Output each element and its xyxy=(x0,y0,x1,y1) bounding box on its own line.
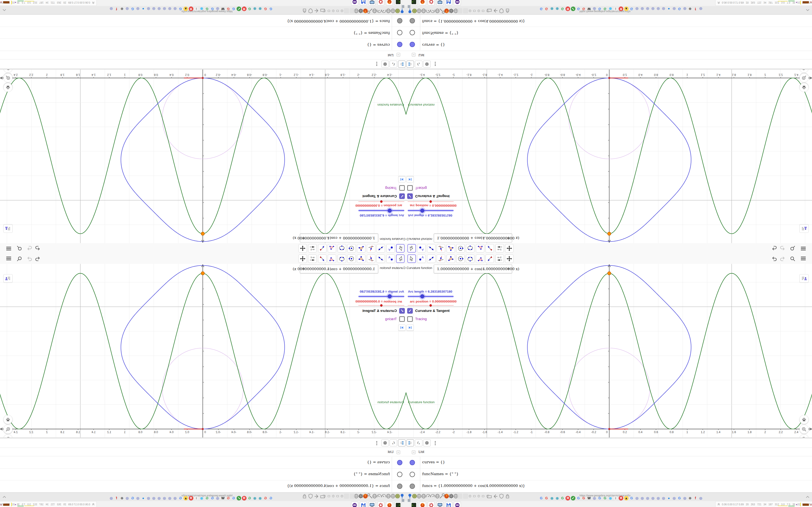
taskbar-terminal-icon[interactable]: >_ xyxy=(410,0,417,5)
folder-icon[interactable] xyxy=(487,8,492,13)
favicon[interactable]: ◉ xyxy=(253,496,257,501)
favicon[interactable]: ◎ xyxy=(136,496,140,501)
algebra-gear-button[interactable] xyxy=(423,439,430,446)
shield-icon[interactable] xyxy=(308,494,313,499)
tool-conic-button[interactable] xyxy=(466,255,474,263)
favicon[interactable]: ◉ xyxy=(199,6,204,11)
favicon[interactable]: G xyxy=(560,6,565,11)
favicon[interactable]: ◎ xyxy=(656,496,660,501)
favicon[interactable]: ◎ xyxy=(109,496,114,501)
play-pause-button[interactable] xyxy=(398,176,406,182)
tool-conic-button[interactable] xyxy=(466,244,474,252)
favicon[interactable]: i xyxy=(613,496,618,501)
function-dropdown[interactable]: 1.000000000000 + cos(4.000000000000 x) ▼ xyxy=(434,265,512,273)
favicon[interactable]: G xyxy=(205,496,209,501)
tool-move-button[interactable] xyxy=(396,255,405,263)
favicon[interactable]: ◉ xyxy=(550,496,554,501)
home-button[interactable] xyxy=(4,415,12,424)
favicon[interactable]: ⊕ xyxy=(688,6,692,11)
undo-icon[interactable] xyxy=(772,256,777,262)
taskbar-terminal-icon[interactable]: >_ xyxy=(395,0,402,5)
favicon[interactable]: W xyxy=(587,496,591,501)
visibility-marble[interactable] xyxy=(397,460,402,465)
favicon[interactable]: ◉ xyxy=(253,6,257,11)
favicon[interactable]: G xyxy=(581,496,586,501)
tool-angle-button[interactable] xyxy=(328,255,336,263)
taskbar-gear-red-icon[interactable] xyxy=(377,0,384,5)
tool-slider-button[interactable]: a=2 xyxy=(308,255,317,263)
favicon[interactable]: i xyxy=(613,6,618,11)
favicon[interactable]: ◉ xyxy=(555,496,559,501)
tool-point-button[interactable]: A xyxy=(387,244,395,252)
plot-canvas[interactable]: -2.4-2.2-2-1.8-1.6-1.4-1.2-1-0.8-0.6-0.4… xyxy=(0,264,406,438)
tool-polygon-button[interactable] xyxy=(447,255,455,263)
favicon[interactable]: ◉ xyxy=(608,6,613,11)
table-row[interactable]: curves = {} xyxy=(406,457,812,469)
tool-circle-button[interactable] xyxy=(347,255,356,263)
favicon[interactable]: ◎ xyxy=(651,496,655,501)
view-divider[interactable] xyxy=(0,68,406,69)
tool-line-button[interactable] xyxy=(427,244,436,252)
favicon[interactable]: ◉ xyxy=(550,6,554,11)
favicon[interactable]: ▲ xyxy=(624,6,628,11)
graphics-view[interactable]: -2.4-2.2-2-1.8-1.6-1.4-1.2-1-0.8-0.6-0.4… xyxy=(0,264,406,438)
favicon[interactable]: ◎ xyxy=(167,496,172,501)
lock-icon[interactable] xyxy=(505,494,510,499)
algebra-row-value[interactable]: funcs = {1.000000000000 + cos(4.00000000… xyxy=(422,484,525,488)
favicon[interactable]: ◎ xyxy=(125,6,130,11)
tool-move-button[interactable] xyxy=(407,244,416,252)
taskbar-robot-icon[interactable] xyxy=(351,0,358,5)
algebra-row-value[interactable]: curves = {} xyxy=(367,460,390,464)
chevron-up-icon[interactable] xyxy=(2,495,7,499)
search-icon[interactable] xyxy=(16,245,22,251)
arc-position-slider-handle[interactable] xyxy=(380,304,383,306)
tool-move-button[interactable] xyxy=(396,244,405,252)
kebab-menu-icon[interactable] xyxy=(375,61,378,67)
shield-icon[interactable] xyxy=(499,8,504,13)
algebra-row-value[interactable]: funcNames = {" "} xyxy=(422,31,459,35)
favicon[interactable]: W xyxy=(221,6,225,11)
taskbar-robot-icon[interactable] xyxy=(454,502,461,507)
arc-length-slider-handle[interactable] xyxy=(420,294,424,298)
tool-angle-button[interactable] xyxy=(328,244,336,252)
favicon[interactable]: G xyxy=(205,6,209,11)
redo-icon[interactable] xyxy=(27,245,33,251)
favicon[interactable]: G xyxy=(629,6,634,11)
favicon[interactable]: ● xyxy=(666,6,671,11)
collapse-list-button[interactable]: − xyxy=(397,53,400,56)
rrect-mini-icon[interactable] xyxy=(481,9,485,12)
table-row[interactable]: funcs = {1.000000000000 + cos(4.00000000… xyxy=(406,481,812,492)
favicon[interactable]: G xyxy=(231,6,236,11)
favicon[interactable]: i xyxy=(194,6,199,11)
rrect-mini-icon[interactable] xyxy=(327,9,331,12)
tracing-checkbox[interactable] xyxy=(407,316,413,322)
favicon[interactable]: ✓ xyxy=(571,496,575,501)
shield-icon[interactable] xyxy=(308,8,313,13)
algebra-row-value[interactable]: funcs = {1.000000000000 + cos(4.00000000… xyxy=(422,19,525,23)
tool-reflect-button[interactable] xyxy=(318,255,326,263)
tool-circle-button[interactable] xyxy=(456,244,465,252)
favicon[interactable]: G xyxy=(629,496,634,501)
chevron-double-up-icon[interactable] xyxy=(717,0,721,5)
taskbar-firefox-tile-icon[interactable] xyxy=(386,0,393,5)
plot-canvas[interactable]: -2.4-2.2-2-1.8-1.6-1.4-1.2-1-0.8-0.6-0.4… xyxy=(0,69,406,243)
function-dropdown[interactable]: 1.000000000000 + cos(4.000000000000 x) ▼ xyxy=(300,234,378,242)
table-row[interactable]: funcs = {1.000000000000 + cos(4.00000000… xyxy=(0,15,406,26)
tracing-checkbox[interactable] xyxy=(407,185,413,191)
chevron-double-up-icon[interactable] xyxy=(91,0,95,5)
chevron-up-icon[interactable] xyxy=(805,495,810,499)
tool-conic-button[interactable] xyxy=(338,255,346,263)
favicon[interactable]: ● xyxy=(141,496,146,501)
kebab-menu-icon[interactable] xyxy=(434,440,437,446)
algebra-row-value[interactable]: funcNames = {" "} xyxy=(422,472,459,476)
back-icon[interactable] xyxy=(314,8,319,13)
play-pause-button[interactable] xyxy=(406,325,414,331)
favicon[interactable]: ◉ xyxy=(258,496,262,501)
favicon[interactable]: G xyxy=(677,6,682,11)
algebra-row-value[interactable]: curves = {} xyxy=(422,43,445,47)
favicon[interactable]: ◉ xyxy=(608,496,613,501)
dotc-mini-icon[interactable] xyxy=(477,495,480,498)
curvature-tangent-checkbox[interactable]: ✓ xyxy=(399,193,405,199)
favicon[interactable]: ◎ xyxy=(592,496,597,501)
tool-slider-button[interactable]: a=2 xyxy=(495,244,504,252)
